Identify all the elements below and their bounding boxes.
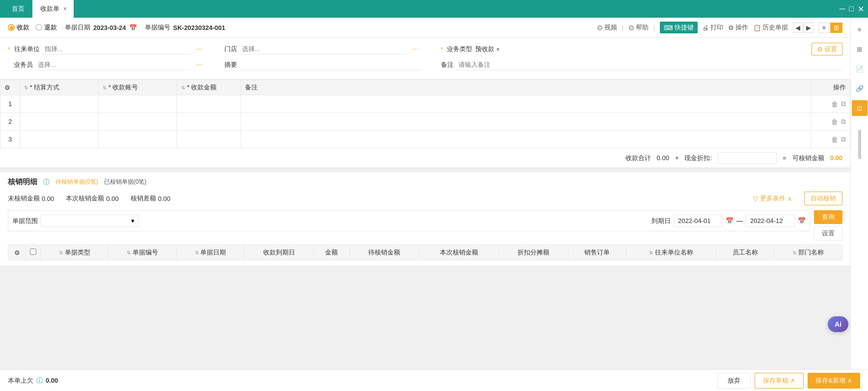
view-list-btn[interactable]: ≡ [818, 23, 829, 33]
done-tab[interactable]: 已核销单据(0笔) [104, 178, 147, 186]
abandon-btn[interactable]: 放弃 [717, 373, 751, 389]
pending-tab[interactable]: 待核销单据(0笔) [55, 178, 98, 186]
filter-btns: 查询 设置 [814, 210, 842, 241]
right-panel-btn-5[interactable]: ⊡ [852, 100, 868, 116]
tab-home[interactable]: 首页 [4, 0, 32, 18]
cell-amount-3[interactable] [177, 131, 241, 148]
save-new-chevron: ∧ [847, 377, 852, 384]
partner-field: * 往来单位 ··· [8, 44, 204, 55]
select-all-checkbox[interactable] [30, 249, 36, 255]
note-input[interactable] [457, 59, 842, 70]
col-ops: 操作 [811, 80, 850, 95]
radio-receive[interactable]: 收款 [8, 23, 29, 32]
ai-badge[interactable]: Ai [828, 316, 848, 332]
query-btn[interactable]: 查询 [814, 210, 842, 224]
date-picker-icon[interactable]: 📅 [129, 24, 137, 31]
cell-amount-1[interactable] [177, 95, 241, 113]
summary-input[interactable] [240, 59, 421, 70]
row-copy-3[interactable]: ⧉ [841, 135, 846, 143]
help-icon: ⊙ [628, 24, 634, 31]
bt-col-date: ⇅ 单据日期 [176, 245, 244, 260]
cell-account-2[interactable] [99, 113, 177, 131]
row-delete-2[interactable]: 🗑 [831, 118, 838, 126]
col-amount: ⇅ * 收款金额 [177, 80, 241, 95]
right-panel-btn-4[interactable]: 🔗 [852, 81, 868, 96]
summary-row: 收款合计 0.00 + 现金折扣: = 可核销金额 0.00 [0, 148, 850, 168]
bt-col-settings[interactable]: ⚙ [8, 245, 26, 260]
date-calendar-icon[interactable]: 📅 [726, 217, 733, 224]
cell-settle-1[interactable] [20, 95, 99, 113]
partner-more-btn[interactable]: ··· [194, 45, 204, 54]
history-btn[interactable]: 📋 历史单据 [753, 23, 788, 32]
store-more-btn[interactable]: ··· [410, 45, 420, 54]
writeoff-info-icon[interactable]: ⓘ [43, 178, 50, 187]
bt-col-discount: 折扣分摊额 [499, 245, 568, 260]
save-draft-btn[interactable]: 保存草稿 ∧ [755, 373, 804, 389]
discount-input[interactable] [718, 152, 777, 164]
right-panel-btn-3[interactable]: 📄 [852, 61, 868, 77]
row-copy-1[interactable]: ⧉ [841, 100, 846, 108]
footer-info: 本单上欠 ⓘ 0.00 [8, 376, 58, 385]
radio-refund-circle [35, 24, 42, 31]
cell-note-2[interactable] [241, 113, 811, 131]
row-copy-2[interactable]: ⧉ [841, 117, 846, 126]
window-close-btn[interactable]: ✕ [858, 4, 864, 14]
print-btn[interactable]: 🖨 打印 [703, 23, 723, 32]
staff-more-btn[interactable]: ··· [194, 60, 204, 69]
table-row: 1 🗑 ⧉ [0, 95, 850, 113]
shortcut-btn[interactable]: ⌨ 快捷键 [660, 22, 698, 33]
store-input[interactable] [240, 44, 407, 55]
cell-settle-2[interactable] [20, 113, 99, 131]
window-maximize-btn[interactable]: □ [849, 4, 854, 14]
cell-amount-2[interactable] [177, 113, 241, 131]
cell-settle-3[interactable] [20, 131, 99, 148]
bt-col-pending: 待核销金额 [350, 245, 419, 260]
table-icon: ⊞ [857, 46, 862, 53]
staff-field: 业务员 ··· [8, 59, 204, 70]
scrollbar-thumb[interactable] [858, 130, 861, 159]
cell-note-1[interactable] [241, 95, 811, 113]
more-conditions-btn[interactable]: ▽ 更多条件 ∧ [753, 194, 792, 203]
auto-writeoff-btn[interactable]: 自动核销 [804, 192, 842, 205]
layout-icon: ⊡ [857, 105, 862, 112]
bt-col-checkbox[interactable] [26, 245, 41, 260]
view-form-btn[interactable]: ⊞ [830, 23, 842, 33]
date-from-input[interactable] [674, 215, 723, 227]
tab-close-btn[interactable]: × [62, 0, 68, 19]
bt-col-partner: ⇅ 往来单位名称 [626, 245, 716, 260]
biz-type-select[interactable]: 预收款 ▾ [475, 45, 500, 54]
date-calendar-icon2[interactable]: 📅 [798, 217, 806, 224]
history-icon: 📋 [753, 24, 761, 31]
writeoff-stats: 未核销金额 0.00 本次核销金额 0.00 核销差额 0.00 ▽ 更多条件 … [8, 192, 842, 205]
nav-next-btn[interactable]: ▶ [804, 23, 814, 33]
cell-account-1[interactable] [99, 95, 177, 113]
right-panel-btn-1[interactable]: ≡ [852, 22, 868, 37]
row-delete-1[interactable]: 🗑 [831, 100, 838, 108]
tab-active[interactable]: 收款单 × [32, 0, 74, 18]
settings-btn[interactable]: ⚙ 设置 [812, 43, 842, 56]
print-icon: 🖨 [703, 24, 709, 31]
tab-bar-right: ─ □ ✕ [840, 4, 864, 14]
right-panel-btn-2[interactable]: ⊞ [852, 41, 868, 57]
radio-refund[interactable]: 退款 [35, 23, 57, 32]
action-icon: ⚙ [728, 24, 734, 31]
cell-account-3[interactable] [99, 131, 177, 148]
cell-note-3[interactable] [241, 131, 811, 148]
shortcut-icon: ⌨ [664, 24, 673, 31]
partner-input[interactable] [43, 44, 191, 55]
col-account: ⇅ * 收款账号 [99, 80, 177, 95]
row-delete-3[interactable]: 🗑 [831, 136, 838, 143]
help-btn[interactable]: ⊙ 帮助 [628, 23, 649, 32]
nav-prev-btn[interactable]: ◀ [793, 23, 803, 33]
table-row: 3 🗑 ⧉ [0, 131, 850, 148]
staff-input[interactable] [36, 59, 191, 70]
store-field: 门店 ··· [224, 44, 421, 55]
save-new-btn[interactable]: 保存&新增 ∧ [808, 373, 860, 389]
window-minimize-btn[interactable]: ─ [840, 4, 845, 14]
video-btn[interactable]: ⊙ 视频 [597, 23, 617, 32]
date-to-input[interactable] [746, 215, 795, 227]
filter-settings-btn[interactable]: 设置 [814, 226, 842, 241]
action-btn[interactable]: ⚙ 操作 [728, 23, 748, 32]
range-select[interactable]: ▾ [41, 215, 139, 227]
table-settings-col[interactable]: ⚙ [0, 80, 20, 95]
